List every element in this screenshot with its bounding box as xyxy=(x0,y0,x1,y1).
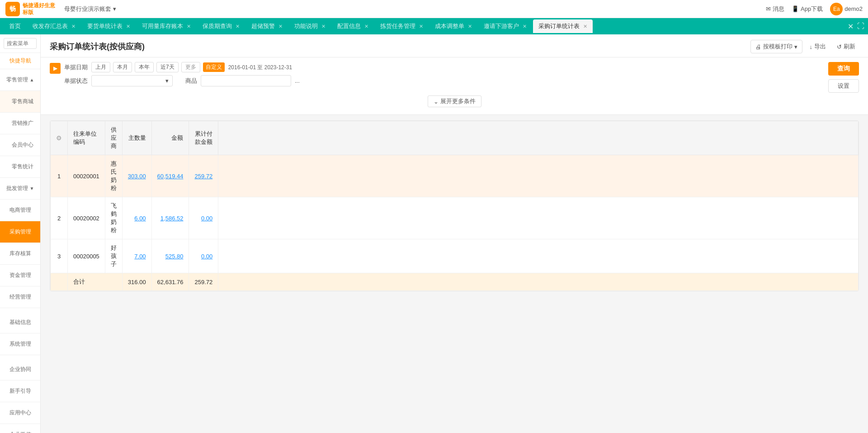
close-tab-yaohuo[interactable]: ✕ xyxy=(126,24,130,29)
date-last-month[interactable]: 上月 xyxy=(91,62,110,72)
close-tab-baozhi[interactable]: ✕ xyxy=(236,24,240,29)
row1-qty-link[interactable]: 303.00 xyxy=(128,173,146,180)
row2-paid: 0.00 xyxy=(189,197,218,239)
row2-code: 00020002 xyxy=(68,197,105,239)
row2-amount-link[interactable]: 1,586.52 xyxy=(160,215,184,222)
row1-paid-link[interactable]: 259.72 xyxy=(194,173,212,180)
row1-paid: 259.72 xyxy=(189,155,218,197)
tab-caigou-active[interactable]: 采购订单统计表 ✕ xyxy=(533,19,593,33)
sidebar-item-ecommerce[interactable]: 电商管理 xyxy=(0,200,40,221)
table-header-row: ⚙ 往来单位编码 供应商 主数量 金额 累计付款金额 xyxy=(51,121,859,155)
row2-paid-link[interactable]: 0.00 xyxy=(201,215,212,222)
sidebar-item-wechat[interactable]: 企业微信 xyxy=(0,424,40,433)
close-tab-keyongliang[interactable]: ✕ xyxy=(187,24,191,29)
col-extra-header xyxy=(218,121,859,155)
sidebar-search-input[interactable] xyxy=(4,38,37,49)
print-button[interactable]: 🖨 按模板打印 ▾ xyxy=(750,40,802,53)
tab-peizhi[interactable]: 配置信息 ✕ xyxy=(332,19,374,33)
goods-input[interactable] xyxy=(201,75,291,86)
app-download-btn[interactable]: 📱 App下载 xyxy=(792,5,823,13)
maximize-btn[interactable]: ⛶ xyxy=(857,22,864,30)
tab-yaohuo[interactable]: 要货单统计表 ✕ xyxy=(82,19,136,33)
row3-amount: 525.80 xyxy=(151,239,189,273)
tab-chengben[interactable]: 成本调整单 ✕ xyxy=(429,19,477,33)
close-tab-gongneng[interactable]: ✕ xyxy=(321,24,326,29)
row3-qty: 7.00 xyxy=(122,239,151,273)
row1-qty: 303.00 xyxy=(122,155,151,197)
row3-amount-link[interactable]: 525.80 xyxy=(165,253,184,260)
close-tab-peizhi[interactable]: ✕ xyxy=(364,24,368,29)
row3-qty-link[interactable]: 7.00 xyxy=(134,253,146,260)
close-tab-yaoqing[interactable]: ✕ xyxy=(523,24,527,29)
table-row[interactable]: 3 00020005 好孩子 7.00 525.80 0.00 xyxy=(51,239,859,273)
date-more[interactable]: 更多 xyxy=(181,62,200,72)
row2-extra xyxy=(218,197,859,239)
row3-supplier: 好孩子 xyxy=(105,239,122,273)
tab-chaochuyujing[interactable]: 超储预警 ✕ xyxy=(246,19,288,33)
status-select[interactable]: ▾ xyxy=(91,75,173,86)
total-row: 合计 316.00 62,631.76 259.72 xyxy=(51,273,859,291)
sidebar-item-appcenter[interactable]: 应用中心 xyxy=(0,402,40,424)
logo: 畅 畅捷通好生意 标版 xyxy=(5,2,55,16)
date-this-month[interactable]: 本月 xyxy=(113,62,132,72)
sidebar-item-system[interactable]: 系统管理 xyxy=(0,333,40,355)
custom-date-badge: 自定义 xyxy=(203,62,225,72)
logo-icon: 畅 xyxy=(5,2,20,16)
sidebar-item-member[interactable]: 会员中心 xyxy=(0,134,40,156)
row3-paid-link[interactable]: 0.00 xyxy=(201,253,212,260)
sidebar-item-operations[interactable]: 经营管理 xyxy=(0,286,40,308)
close-tab-chengben[interactable]: ✕ xyxy=(468,24,472,29)
close-tab-chaochuyujing[interactable]: ✕ xyxy=(278,24,283,29)
query-button[interactable]: 查询 xyxy=(828,62,859,76)
setting-button[interactable]: 设置 xyxy=(828,79,859,93)
tab-shoufacun[interactable]: 收发存汇总表 ✕ xyxy=(27,19,81,33)
total-extra xyxy=(218,273,859,291)
message-btn[interactable]: ✉ 消息 xyxy=(766,5,784,13)
row1-amount-link[interactable]: 60,519.44 xyxy=(157,173,184,180)
sidebar-item-basics[interactable]: 基础信息 xyxy=(0,312,40,333)
workspace-selector[interactable]: 母婴行业演示账套 ▾ xyxy=(64,5,116,13)
tab-jianhuo[interactable]: 拣货任务管理 ✕ xyxy=(375,19,429,33)
tab-baozhi[interactable]: 保质期查询 ✕ xyxy=(197,19,245,33)
sidebar-item-purchase[interactable]: 采购管理 xyxy=(0,221,40,243)
close-tab-jianhuo[interactable]: ✕ xyxy=(419,24,423,29)
row3-index: 3 xyxy=(51,239,68,273)
filter-top-row: ▶ 单据日期 上月 本月 本年 近7天 更多 自定义 xyxy=(50,62,859,93)
refresh-button[interactable]: ↺ 刷新 xyxy=(833,40,859,53)
filter-expand-toggle[interactable]: ▶ xyxy=(50,63,61,74)
tab-yaoqing[interactable]: 邀请下游客户 ✕ xyxy=(478,19,532,33)
date-this-year[interactable]: 本年 xyxy=(135,62,154,72)
total-empty-1 xyxy=(51,273,68,291)
sidebar-item-collab[interactable]: 企业协同 xyxy=(0,359,40,381)
sidebar-item-wholesale[interactable]: 批发管理 ▼ xyxy=(0,178,40,200)
date-range-display: 2016-01-01 至 2023-12-31 xyxy=(228,64,292,71)
sidebar-item-inventory[interactable]: 库存核算 xyxy=(0,243,40,265)
tab-home[interactable]: 首页 xyxy=(4,19,26,33)
avatar: Ea xyxy=(830,3,843,15)
print-dropdown-icon: ▾ xyxy=(794,43,797,50)
col-settings-header: ⚙ xyxy=(51,121,68,155)
expand-conditions-btn[interactable]: ⌄ 展开更多条件 xyxy=(428,95,481,107)
sidebar-item-retail-mgmt[interactable]: 零售管理 ▲ xyxy=(0,69,40,91)
page-title: 采购订单统计表(按供应商) xyxy=(50,41,145,52)
export-button[interactable]: ↓ 导出 xyxy=(806,40,830,53)
tab-gongneng[interactable]: 功能说明 ✕ xyxy=(289,19,331,33)
sidebar-item-finance[interactable]: 资金管理 xyxy=(0,265,40,286)
sidebar-item-retail-shop[interactable]: 零售商城 xyxy=(0,91,40,113)
sidebar-item-newbie[interactable]: 新手引导 xyxy=(0,381,40,402)
user-menu[interactable]: Ea demo2 xyxy=(830,3,863,15)
goods-more-btn[interactable]: ... xyxy=(295,77,300,84)
close-tab-shoufacun[interactable]: ✕ xyxy=(71,24,75,29)
close-tab-caigou[interactable]: ✕ xyxy=(583,24,587,29)
row2-qty-link[interactable]: 6.00 xyxy=(134,215,146,222)
sidebar-item-retail-stats[interactable]: 零售统计 xyxy=(0,156,40,178)
tab-keyongliang[interactable]: 可用量库存账本 ✕ xyxy=(137,19,196,33)
column-settings-icon[interactable]: ⚙ xyxy=(56,134,62,142)
close-window-btn[interactable]: ✕ xyxy=(848,22,854,31)
sidebar-item-marketing[interactable]: 营销推广 xyxy=(0,113,40,134)
message-icon: ✉ xyxy=(766,5,771,12)
table-row[interactable]: 2 00020002 飞鹤奶粉 6.00 1,586.52 0.00 xyxy=(51,197,859,239)
sidebar-item-shortcut[interactable]: 快捷导航 xyxy=(0,53,40,69)
table-row[interactable]: 1 00020001 惠氏奶粉 303.00 60,519.44 259.72 xyxy=(51,155,859,197)
date-7days[interactable]: 近7天 xyxy=(156,62,179,72)
